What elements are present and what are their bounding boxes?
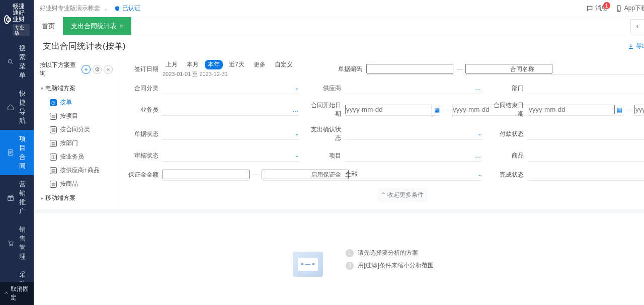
pay-status-select[interactable]: ⌄ (528, 128, 644, 140)
chevron-down-icon: ⌄ (295, 131, 299, 136)
empty-state: 1请先选择要分析的方案 2用[过滤]条件来缩小分析范围 (34, 213, 644, 305)
label-sign-date: 签订日期 (128, 65, 163, 73)
supplier-picker[interactable]: … (345, 82, 481, 94)
scheme-sidebar: 按以下方案查询 + ⚙ « ▾电脑端方案 ◷按单 ▤按项目 ▤按合同分类 (34, 57, 119, 209)
goods-picker[interactable]: … (528, 149, 644, 162)
enable-deposit-select[interactable]: 全部⌄ (345, 169, 481, 181)
tab-prev-button[interactable]: ‹ (630, 19, 644, 33)
contract-icon (7, 148, 14, 157)
doc-icon: ▤ (50, 126, 57, 133)
filter-form: 查询 设置 签订日期 上月 本月 本年 (119, 57, 644, 209)
chevron-down-icon: ⌄ (477, 131, 481, 136)
more-icon: … (475, 152, 481, 159)
tree-by-dept[interactable]: ▤按部门 (50, 136, 119, 150)
step-number: 2 (346, 262, 354, 270)
nav-search[interactable]: 搜索菜单 (0, 39, 34, 85)
more-icon: … (475, 85, 481, 92)
finish-status-select[interactable]: ⌄ (528, 169, 644, 181)
page-header: 支出合同统计表(按单) 导出 刷新 (34, 35, 644, 57)
close-tab-icon[interactable]: × (120, 23, 123, 30)
tab-home[interactable]: 首页 (34, 17, 63, 35)
tree-group-pc[interactable]: ▾电脑端方案 (41, 81, 119, 96)
unpin-button[interactable]: 取消固定 (0, 282, 34, 305)
nav-purchase[interactable]: 采购管理 (0, 266, 34, 282)
pill-recent7[interactable]: 近7天 (226, 60, 248, 69)
gift-icon (7, 194, 14, 202)
svg-point-15 (618, 10, 619, 10)
deposit-from[interactable] (163, 169, 250, 181)
messages-button[interactable]: 消息 1 (586, 4, 607, 13)
pill-custom[interactable]: 自定义 (272, 60, 296, 69)
pill-last-month[interactable]: 上月 (163, 60, 181, 69)
label-bill-no: 单据编码 (332, 65, 366, 73)
ledger-selector[interactable]: 好业财专业版演示帐套 ⌄ (40, 4, 108, 13)
chart-icon: ◫ (50, 154, 57, 161)
start-date-from[interactable]: ▦ (345, 104, 440, 116)
tab-report[interactable]: 支出合同统计表 × (63, 17, 131, 35)
nav-sales[interactable]: 销售管理 (0, 220, 34, 266)
scheme-add-button[interactable]: + (82, 65, 91, 74)
scheme-settings-button[interactable]: ⚙ (93, 65, 102, 74)
pill-more[interactable]: 更多 (251, 60, 269, 69)
brand-name: 畅捷通好业财 (13, 3, 30, 23)
tree-by-category[interactable]: ▤按合同分类 (50, 123, 119, 136)
chevron-down-icon: ⌄ (477, 172, 481, 177)
scheme-title: 按以下方案查询 (40, 61, 82, 78)
caret-down-icon: ▾ (41, 86, 43, 91)
chevron-down-icon: ⌄ (295, 152, 299, 158)
nav-quick[interactable]: 快捷导航 (0, 85, 34, 130)
app-download-button[interactable]: App下载 (615, 4, 644, 13)
calendar-icon: ▦ (434, 106, 440, 113)
cart-icon (7, 239, 14, 247)
tree-by-supplier-goods[interactable]: ▤按供应商+商品 (50, 164, 119, 177)
more-icon: … (292, 106, 299, 113)
topbar: 好业财专业版演示帐套 ⌄ 已认证 消息 1 App下载 珠 (34, 0, 644, 17)
page-title: 支出合同统计表(按单) (43, 40, 125, 52)
home-icon (7, 103, 14, 111)
doc-icon: ▤ (50, 167, 57, 174)
dash-icon: — (456, 65, 462, 72)
doc-icon: ▤ (50, 140, 57, 147)
calendar-icon: ▦ (617, 106, 622, 113)
pill-this-year[interactable]: 本年 (205, 60, 223, 69)
end-date-from[interactable]: ▦ (528, 104, 622, 116)
tree-by-project[interactable]: ▤按项目 (50, 109, 119, 123)
audit-status-select[interactable]: ⌄ (163, 149, 299, 162)
scheme-collapse-button[interactable]: « (104, 65, 113, 74)
tree-by-clerk[interactable]: ◫按业务员 (50, 150, 119, 164)
tree-by-bill[interactable]: ◷按单 (50, 96, 119, 109)
clerk-picker[interactable]: … (163, 104, 299, 116)
collapse-filters-button[interactable]: ⌃ 收起更多条件 (377, 188, 428, 202)
chevron-down-icon: ⌄ (295, 85, 299, 91)
contract-name-input[interactable] (538, 63, 644, 75)
svg-point-0 (8, 59, 12, 63)
label-contract-name: 合同名称 (504, 65, 538, 73)
doc-icon: ▤ (50, 181, 57, 188)
contract-cat-select[interactable]: ⌄ (163, 82, 299, 94)
tree-group-mobile[interactable]: ▸移动端方案 (41, 191, 119, 205)
project-picker[interactable]: … (345, 149, 481, 162)
dept-select[interactable]: ⌄ (528, 82, 644, 94)
pill-this-month[interactable]: 本月 (184, 60, 202, 69)
bill-no-from[interactable] (366, 63, 453, 75)
message-count-badge: 1 (603, 2, 610, 9)
confirm-status-select[interactable]: ⌄ (345, 128, 481, 140)
doc-icon: ▤ (50, 113, 57, 120)
brand-logo: 畅捷通好业财 专业版 (0, 0, 34, 39)
brand-icon (4, 15, 10, 24)
bill-status-select[interactable]: ⌄ (163, 128, 299, 140)
date-range-pills: 上月 本月 本年 近7天 更多 自定义 (163, 60, 320, 69)
tree-by-goods[interactable]: ▤按商品 (50, 177, 119, 191)
svg-point-3 (10, 245, 11, 246)
brand-edition: 专业版 (13, 24, 30, 36)
nav-project-contract[interactable]: 项目合同 (0, 130, 34, 175)
step-text: 用[过滤]条件来缩小分析范围 (358, 261, 434, 270)
search-icon (7, 58, 14, 66)
nav-marketing[interactable]: 营销推广 (0, 175, 34, 220)
step-number: 1 (346, 249, 354, 257)
tabbar: 首页 支出合同统计表 × ‹ › × ⛶ (34, 17, 644, 35)
end-date-to[interactable]: ▦ (634, 104, 644, 116)
nav: 搜索菜单 快捷导航 项目合同 营销推广 销售管理 采购管理 库存核算 资金管理 … (0, 39, 34, 282)
chevron-down-icon: ⌄ (103, 5, 108, 12)
export-button[interactable]: 导出 (628, 42, 644, 50)
